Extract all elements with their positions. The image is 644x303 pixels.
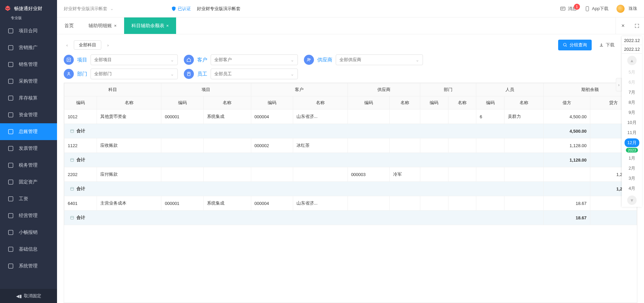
period-month[interactable]: 12月 [625,138,639,147]
cell [448,138,476,153]
sidebar-item-salary[interactable]: 工资 [0,190,57,207]
sidebar-item-invoice[interactable]: 发票管理 [0,140,57,157]
subtotal-label-cell: 合计 [64,182,544,196]
messages-button[interactable]: 消息 1 [560,6,577,12]
filter-project-select[interactable]: 全部项目⌄ [91,54,178,65]
sidebar-item-cart[interactable]: 销售管理 [0,56,57,73]
cell [448,196,476,211]
sidebar-item-bag[interactable]: 采购管理 [0,73,57,90]
tab-1[interactable]: 辅助明细账× [81,17,124,34]
nav-footer-toggle[interactable]: ◀▮ 取消固定 [0,289,57,303]
cell [448,110,476,124]
table-row[interactable]: 合计1,128.00 [64,153,637,167]
period-from[interactable]: 2022.12 [622,36,642,45]
sidebar-item-warehouse[interactable]: 库存核算 [0,90,57,106]
reimburse-icon [7,229,14,236]
filter-customer-select[interactable]: 全部客户⌄ [211,54,298,65]
col-sub: 编码 [64,96,97,110]
period-expand-handle[interactable]: › [616,78,622,91]
cell [504,196,543,211]
sidebar-item-label: 基础信息 [19,246,38,252]
fullscreen-toggle[interactable] [630,17,644,34]
close-icon[interactable]: × [166,23,169,28]
filter-employee-select[interactable]: 全部员工⌄ [211,69,298,79]
period-month[interactable]: 10月 [622,118,642,128]
period-month[interactable]: 4月 [622,183,642,193]
sidebar-item-project[interactable]: 项目合同 [0,23,57,39]
period-month[interactable]: 1月 [622,153,642,163]
svg-rect-3 [8,79,13,83]
cell [504,138,543,153]
account-selector[interactable]: 好业财专业版演示帐套 ⌄ [64,6,158,12]
table-row[interactable]: 2202应付账款000003冷军1,200.00 [64,167,637,182]
sidebar-item-tax[interactable]: 税务管理 [0,157,57,174]
svg-rect-16 [586,6,589,11]
cell: 000003 [347,167,389,182]
svg-rect-15 [560,7,565,10]
cell: 2202 [64,167,97,182]
period-month[interactable]: 11月 [622,128,642,138]
table-row[interactable]: 6401主营业务成本000001系统集成000004山东省济...18.67 [64,196,637,211]
crumb-prev[interactable]: ‹ [64,42,70,48]
table-row[interactable]: 1122应收账款000002冰红茶1,128.00 [64,138,637,153]
sidebar-item-megaphone[interactable]: 营销推广 [0,39,57,56]
period-month[interactable]: 7月 [622,87,642,97]
period-scroll-down[interactable]: ▼ [627,196,637,205]
svg-point-17 [564,43,566,46]
user-menu[interactable]: 珠珠 [616,5,637,13]
table-row[interactable]: 合计1,200.00 [64,182,637,196]
col-sub: 编码 [476,96,504,110]
cell: 000001 [161,110,203,124]
group-query-button[interactable]: 分组查询 [558,40,592,50]
period-month[interactable]: 8月 [622,97,642,107]
period-month[interactable]: 2月 [622,163,642,173]
employee-icon [184,69,194,79]
period-month[interactable]: 3月 [622,173,642,183]
crumb-current[interactable]: 全部科目 [74,40,101,50]
svg-rect-0 [8,29,13,33]
search-icon [563,43,568,47]
sidebar-item-coin[interactable]: 资金管理 [0,106,57,123]
tax-icon [7,162,14,169]
download-button[interactable]: 下载 [599,42,614,48]
sidebar-item-base[interactable]: 基础信息 [0,241,57,258]
col-sub: 名称 [97,96,161,110]
period-month[interactable]: 9月 [622,107,642,118]
sidebar-item-ledger[interactable]: 总账管理 [0,123,57,140]
crumb-next[interactable]: › [105,42,111,48]
sidebar-item-biz[interactable]: 经营管理 [0,207,57,224]
table-row[interactable]: 合计4,500.00 [64,124,637,138]
tab-0[interactable]: 首页 [57,17,81,34]
period-to[interactable]: 2022.12 [622,45,642,54]
close-all-tabs[interactable]: ✕ [616,17,630,34]
tab-label: 辅助明细账 [89,23,112,29]
sidebar-item-label: 小畅报销 [19,229,38,235]
sidebar-item-reimburse[interactable]: 小畅报销 [0,224,57,241]
col-sub: 名称 [389,96,420,110]
cell [389,138,420,153]
svg-rect-28 [70,159,73,162]
cell [448,167,476,182]
calendar-icon [70,215,74,220]
filter-supplier-select[interactable]: 全部供应商⌄ [336,54,423,65]
cell [203,138,251,153]
cell: 1122 [64,138,97,153]
close-icon[interactable]: × [114,23,117,28]
filter-department-select[interactable]: 全部部门⌄ [91,69,178,79]
cell [543,167,590,182]
tab-2[interactable]: 科目辅助余额表× [124,17,176,34]
bag-icon [7,78,14,85]
sidebar-item-asset[interactable]: 固定资产 [0,174,57,190]
app-download-button[interactable]: App下载 [585,6,608,12]
sidebar-item-system[interactable]: 系统管理 [0,258,57,274]
sidebar-item-label: 资金管理 [19,112,38,118]
sidebar-item-label: 经营管理 [19,213,38,219]
svg-point-22 [308,58,309,59]
subtotal-debit [543,182,590,196]
table-row[interactable]: 1012其他货币资金000001系统集成000004山东省济...6吴群力4,5… [64,110,637,124]
cell [420,138,448,153]
table-row[interactable]: 合计18.67 [64,211,637,225]
period-scroll-up[interactable]: ▲ [627,56,637,65]
result-table-wrap[interactable]: 科目项目客户供应商部门人员期初余额编码名称编码名称编码名称编码名称编码名称编码名… [64,83,637,303]
chevron-down-icon: ⌄ [170,72,174,77]
